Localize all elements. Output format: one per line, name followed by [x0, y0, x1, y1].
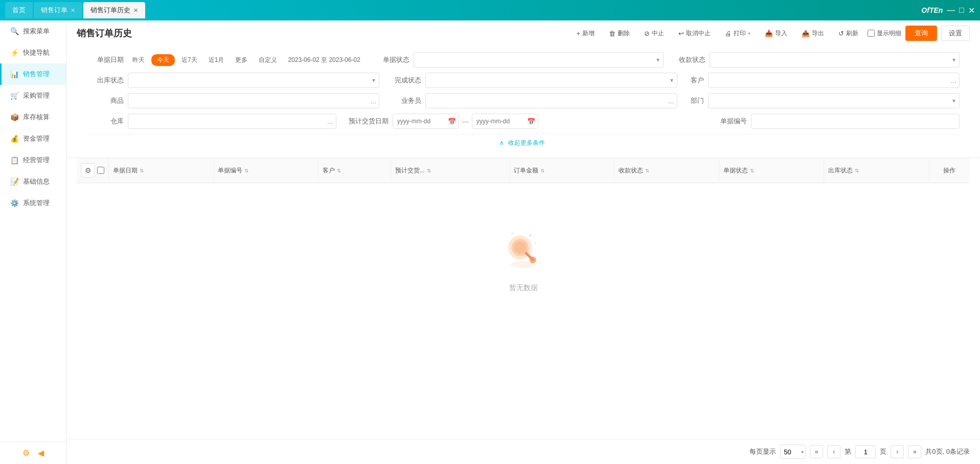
last-page-btn[interactable]: »	[908, 445, 921, 458]
delete-button[interactable]: 🗑 删除	[604, 27, 635, 40]
product-input[interactable]	[128, 93, 379, 108]
th-outstock-status-sort[interactable]: 出库状态 ⇅	[828, 166, 924, 175]
import-icon: 📥	[765, 30, 773, 37]
th-expected-date-sort[interactable]: 预计交货... ⇅	[395, 166, 505, 175]
date-filter-label: 单据日期	[87, 55, 128, 64]
sidebar-item-quick-nav[interactable]: ⚡ 快捷导航	[0, 42, 66, 63]
th-number-sort[interactable]: 单据编号 ⇅	[218, 166, 314, 175]
collapse-row[interactable]: ∧ 收起更多条件	[87, 134, 960, 151]
date-today-btn[interactable]: 今天	[151, 54, 175, 66]
refresh-button[interactable]: ↺ 刷新	[833, 27, 863, 40]
sidebar-item-capital-mgmt[interactable]: 💰 资金管理	[0, 128, 66, 149]
sidebar-item-system-mgmt[interactable]: ⚙️ 系统管理	[0, 192, 66, 214]
window-close-btn[interactable]: ✕	[968, 6, 975, 15]
customer-dots-btn[interactable]: ...	[950, 76, 956, 84]
warehouse-input[interactable]	[128, 114, 336, 129]
sidebar-item-basic-info[interactable]: 📝 基础信息	[0, 171, 66, 192]
cancel-stop-button[interactable]: ↩ 取消中止	[673, 27, 716, 40]
sidebar-bottom: ⚙ ◀	[0, 441, 66, 464]
brand-text: OfTEn	[921, 6, 943, 14]
next-page-btn[interactable]: ›	[891, 445, 904, 458]
outstock-status-select[interactable]	[128, 73, 379, 88]
page-number-input[interactable]	[855, 445, 876, 458]
table-header: ⚙ 单据日期 ⇅	[77, 158, 970, 183]
date-custom-btn[interactable]: 自定义	[254, 54, 282, 66]
product-dots-btn[interactable]: ...	[371, 97, 377, 105]
warehouse-dots-btn[interactable]: ...	[327, 117, 333, 125]
expected-date-label: 预计交货日期	[347, 117, 393, 126]
outstock-status-label: 出库状态	[87, 76, 128, 85]
tab-sales-order-history[interactable]: 销售订单历史 ✕	[83, 2, 145, 18]
order-number-input[interactable]	[751, 114, 960, 129]
export-button[interactable]: 📤 导出	[796, 27, 829, 40]
date-range-separator: —	[462, 118, 469, 125]
sidebar-item-search-menu[interactable]: 🔍 搜索菜单	[0, 20, 66, 42]
tab-sales-order[interactable]: 销售订单 ✕	[34, 2, 82, 18]
date-more-btn[interactable]: 更多	[231, 54, 252, 66]
filter-section: 单据日期 昨天 今天 近7天 近1月 更多 自定义 2023-06-02 至 2…	[77, 46, 970, 158]
salesperson-dots-btn[interactable]: ...	[668, 97, 674, 105]
sidebar-settings-icon[interactable]: ⚙	[22, 448, 30, 458]
delete-icon: 🗑	[609, 30, 616, 37]
sidebar-item-inventory-label: 库存核算	[23, 113, 50, 122]
per-page-select[interactable]: 10 20 50 100	[780, 445, 806, 459]
department-select[interactable]	[708, 93, 960, 108]
new-button[interactable]: + 新增	[571, 27, 600, 40]
th-number-sort-icon: ⇅	[244, 168, 248, 173]
th-order-amount-sort[interactable]: 订单金额 ⇅	[514, 166, 610, 175]
prev-page-btn[interactable]: ‹	[827, 445, 840, 458]
select-all-checkbox[interactable]	[97, 167, 104, 174]
empty-text: 暂无数据	[509, 283, 538, 293]
th-order-amount: 订单金额 ⇅	[509, 158, 614, 183]
sidebar-item-basic-info-label: 基础信息	[23, 177, 50, 186]
setting-button[interactable]: 设置	[941, 26, 970, 41]
first-page-btn[interactable]: «	[810, 445, 823, 458]
outstock-status-wrapper	[128, 73, 379, 88]
salesperson-input[interactable]	[425, 93, 677, 108]
product-input-wrapper: ...	[128, 93, 379, 108]
tab-sales-order-history-close[interactable]: ✕	[133, 8, 138, 13]
quick-nav-icon: ⚡	[10, 48, 19, 57]
sidebar-item-purchase-mgmt[interactable]: 🛒 采购管理	[0, 85, 66, 106]
basic-info-icon: 📝	[10, 177, 19, 186]
capital-mgmt-icon: 💰	[10, 134, 19, 143]
customer-input[interactable]	[708, 73, 960, 88]
print-button[interactable]: 🖨 打印 ▾	[720, 27, 756, 40]
date-yesterday-btn[interactable]: 昨天	[128, 54, 149, 66]
th-order-status-sort[interactable]: 单据状态 ⇅	[723, 166, 819, 175]
inventory-icon: 📦	[10, 113, 19, 122]
sidebar-item-sales-mgmt[interactable]: 📊 销售管理	[0, 63, 66, 85]
first-page-icon: «	[815, 448, 818, 455]
import-button[interactable]: 📥 导入	[760, 27, 792, 40]
order-status-select[interactable]	[414, 52, 664, 68]
receipt-status-select[interactable]	[710, 52, 960, 68]
tab-sales-order-close[interactable]: ✕	[71, 8, 75, 13]
th-customer-sort[interactable]: 客户 ⇅	[323, 166, 386, 175]
th-outstock-status-label: 出库状态	[828, 166, 853, 175]
total-info: 共0页, 0条记录	[925, 447, 970, 456]
empty-state: ✦ ✦ ✦ 暂无数据	[77, 183, 970, 334]
restore-btn[interactable]: □	[959, 6, 964, 15]
complete-status-select[interactable]	[425, 73, 677, 88]
show-detail-checkbox[interactable]	[868, 30, 875, 37]
stop-button[interactable]: ⊘ 中止	[639, 27, 669, 40]
sidebar-item-operation-mgmt[interactable]: 📋 经营管理	[0, 149, 66, 171]
new-label: 新增	[582, 29, 595, 38]
filter-row-3: 商品 ... 业务员 ... 部门	[87, 93, 960, 108]
date-from-icon[interactable]: 📅	[448, 118, 456, 125]
th-date-sort[interactable]: 单据日期 ⇅	[113, 166, 209, 175]
date-last7days-btn[interactable]: 近7天	[177, 54, 202, 66]
date-last1month-btn[interactable]: 近1月	[204, 54, 229, 66]
sidebar-item-inventory[interactable]: 📦 库存核算	[0, 106, 66, 128]
date-from-wrapper: 📅	[393, 114, 459, 129]
tab-home[interactable]: 首页	[5, 2, 33, 18]
query-button[interactable]: 查询	[905, 26, 937, 41]
date-to-icon[interactable]: 📅	[527, 118, 535, 125]
sidebar-collapse-icon[interactable]: ◀	[38, 448, 44, 458]
sidebar-item-operation-mgmt-label: 经营管理	[23, 156, 50, 165]
show-detail-checkbox-wrapper[interactable]: 显示明细	[868, 29, 901, 38]
table-settings-btn[interactable]: ⚙	[81, 163, 95, 178]
minimize-btn[interactable]: —	[947, 6, 955, 15]
th-receipt-status-sort-icon: ⇅	[645, 168, 649, 173]
th-receipt-status-sort[interactable]: 收款状态 ⇅	[619, 166, 715, 175]
